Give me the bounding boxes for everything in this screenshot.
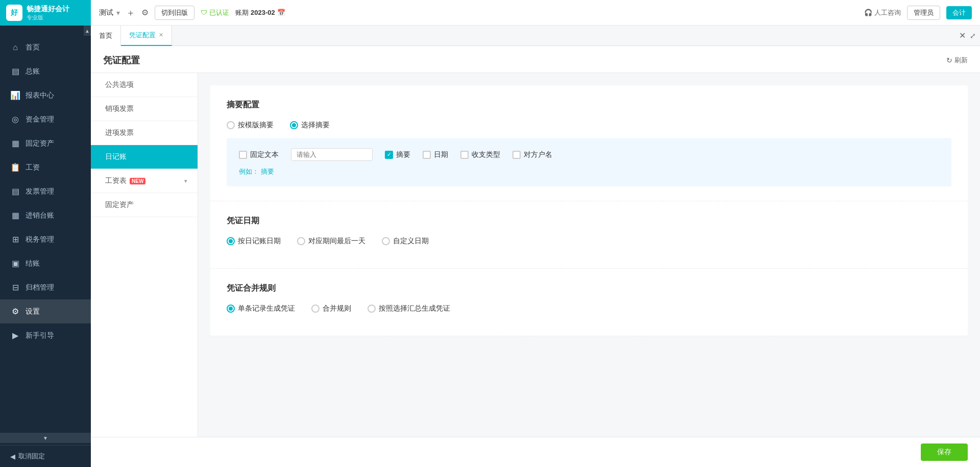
single-record-radio[interactable] — [227, 305, 235, 313]
topbar: 测试 ▾ ＋ ⚙ 切到旧版 🛡 已认证 账期 2023-02 📅 🎧 人工咨询 … — [91, 0, 980, 26]
left-nav-payroll[interactable]: 工资表 NEW ▾ — [91, 169, 198, 193]
config-section: 摘要配置 按模版摘要 选择摘要 — [210, 85, 968, 336]
tabbar: 首页 凭证配置 ✕ ✕ ⤢ — [91, 26, 980, 46]
sidebar-nav: ⌂ 首页 ▤ 总账 📊 报表中心 ◎ 资金管理 ▦ 固定资产 📋 工资 ▤ 发票… — [0, 36, 91, 431]
shield-icon: 🛡 — [201, 9, 207, 16]
tabbar-actions: ✕ ⤢ — [955, 31, 980, 40]
counterpart-checkbox-item[interactable]: 对方户名 — [512, 150, 552, 159]
counterpart-checkbox[interactable] — [512, 151, 521, 159]
sidebar-item-home[interactable]: ⌂ 首页 — [0, 36, 91, 59]
add-workspace-button[interactable]: ＋ — [126, 7, 135, 19]
sidebar-item-wages[interactable]: 📋 工资 — [0, 155, 91, 179]
last-day-option[interactable]: 对应期间最后一天 — [297, 237, 365, 246]
custom-date-option[interactable]: 自定义日期 — [382, 237, 429, 246]
merge-section-title: 凭证合并规则 — [227, 283, 951, 294]
cancel-fixed-icon: ◀ — [10, 453, 15, 460]
accountant-button[interactable]: 会计 — [946, 6, 972, 19]
invoices-icon: ▤ — [10, 186, 20, 196]
workspace-chevron-icon: ▾ — [116, 9, 120, 17]
sidebar-item-guide[interactable]: ▶ 新手引导 — [0, 323, 91, 347]
sidebar-item-funds[interactable]: ◎ 资金管理 — [0, 107, 91, 131]
fixed-text-input[interactable] — [291, 148, 373, 161]
sidebar-item-reports[interactable]: 📊 报表中心 — [0, 83, 91, 107]
main-area: 测试 ▾ ＋ ⚙ 切到旧版 🛡 已认证 账期 2023-02 📅 🎧 人工咨询 … — [91, 0, 980, 467]
payment-type-checkbox-item[interactable]: 收支类型 — [460, 150, 500, 159]
fixed-text-checkbox[interactable] — [239, 151, 247, 159]
content-area: 凭证配置 ↻ 刷新 公共选项 销项发票 进项发票 日记账 — [91, 46, 980, 467]
left-nav-purchase-invoice[interactable]: 进项发票 — [91, 121, 198, 145]
tab-voucher-config[interactable]: 凭证配置 ✕ — [121, 26, 172, 46]
sidebar-item-ledger[interactable]: ▤ 总账 — [0, 59, 91, 83]
gear-icon[interactable]: ⚙ — [141, 8, 149, 17]
headset-icon: 🎧 — [864, 9, 872, 16]
merge-rule-radio[interactable] — [311, 305, 320, 313]
bottom-bar: 保存 — [91, 437, 980, 467]
assets-icon: ▦ — [10, 138, 20, 148]
workspace-selector[interactable]: 测试 ▾ — [99, 8, 120, 17]
sidebar-item-settings[interactable]: ⚙ 设置 — [0, 299, 91, 323]
guide-icon: ▶ — [10, 331, 20, 340]
summary-config-box: 固定文本 摘要 — [227, 138, 951, 186]
date-checkbox[interactable] — [423, 151, 431, 159]
left-nav-public[interactable]: 公共选项 — [91, 73, 198, 97]
summary-select-option[interactable]: 选择摘要 — [290, 121, 330, 130]
select-merge-option[interactable]: 按照选择汇总生成凭证 — [368, 304, 450, 313]
left-nav-fixed-assets[interactable]: 固定资产 — [91, 193, 198, 217]
summary-select-radio[interactable] — [290, 121, 298, 129]
accounting-period: 账期 2023-02 📅 — [235, 8, 285, 17]
archive-icon: ⊟ — [10, 283, 20, 292]
left-nav-journal[interactable]: 日记账 — [91, 145, 198, 169]
close-accounts-icon: ▣ — [10, 259, 20, 268]
merge-rule-option[interactable]: 合并规则 — [311, 304, 351, 313]
logo-text: 畅捷通好会计 专业版 — [27, 4, 69, 21]
payment-type-checkbox[interactable] — [460, 151, 469, 159]
calendar-icon[interactable]: 📅 — [277, 9, 285, 16]
switch-version-button[interactable]: 切到旧版 — [155, 6, 194, 20]
select-merge-radio[interactable] — [368, 305, 376, 313]
sidebar-item-archive[interactable]: ⊟ 归档管理 — [0, 275, 91, 299]
summary-radio-group: 按模版摘要 选择摘要 — [227, 121, 951, 130]
sidebar-item-sales[interactable]: ▦ 进销台账 — [0, 203, 91, 227]
summary-checkbox-item[interactable]: 摘要 — [385, 150, 410, 159]
date-checkbox-item[interactable]: 日期 — [423, 150, 448, 159]
left-nav: 公共选项 销项发票 进项发票 日记账 工资表 NEW ▾ — [91, 73, 198, 437]
chevron-down-icon: ▾ — [184, 178, 187, 184]
tab-home[interactable]: 首页 — [91, 26, 121, 46]
wages-icon: 📋 — [10, 162, 20, 172]
journal-date-radio[interactable] — [227, 237, 235, 245]
sidebar-scroll-up[interactable]: ▲ — [84, 26, 91, 36]
left-nav-sales-invoice[interactable]: 销项发票 — [91, 97, 198, 121]
cancel-fixed-button[interactable]: ◀ 取消固定 — [0, 445, 91, 467]
merge-radio-group: 单条记录生成凭证 合并规则 按照选择汇总生成凭证 — [227, 304, 951, 313]
page-header: 凭证配置 ↻ 刷新 — [91, 46, 980, 73]
right-content: 摘要配置 按模版摘要 选择摘要 — [198, 73, 980, 437]
journal-date-option[interactable]: 按日记账日期 — [227, 237, 281, 246]
verified-status: 🛡 已认证 — [201, 8, 229, 17]
example-text: 例如： 摘要 — [239, 167, 939, 176]
consult-button[interactable]: 🎧 人工咨询 — [864, 8, 901, 17]
home-icon: ⌂ — [10, 43, 20, 52]
sidebar-item-invoices[interactable]: ▤ 发票管理 — [0, 179, 91, 203]
tabbar-expand-button[interactable]: ⤢ — [970, 32, 976, 40]
refresh-button[interactable]: ↻ 刷新 — [946, 56, 968, 65]
last-day-radio[interactable] — [297, 237, 305, 245]
single-record-option[interactable]: 单条记录生成凭证 — [227, 304, 295, 313]
logo-icon: 好 — [6, 5, 22, 21]
summary-template-radio[interactable] — [227, 121, 235, 129]
sidebar-item-assets[interactable]: ▦ 固定资产 — [0, 131, 91, 155]
tabbar-close-button[interactable]: ✕ — [959, 31, 966, 40]
sidebar-item-tax[interactable]: ⊞ 税务管理 — [0, 227, 91, 251]
sidebar-logo: 好 畅捷通好会计 专业版 — [0, 0, 91, 26]
refresh-icon: ↻ — [946, 56, 952, 64]
summary-template-option[interactable]: 按模版摘要 — [227, 121, 274, 130]
sidebar-item-close[interactable]: ▣ 结账 — [0, 251, 91, 275]
save-button[interactable]: 保存 — [921, 443, 968, 461]
sidebar-scroll-down[interactable]: ▼ — [0, 433, 91, 443]
tab-close-icon[interactable]: ✕ — [159, 32, 163, 38]
sales-icon: ▦ — [10, 211, 20, 220]
date-section-title: 凭证日期 — [227, 216, 951, 226]
admin-button[interactable]: 管理员 — [907, 6, 940, 20]
custom-date-radio[interactable] — [382, 237, 390, 245]
summary-checkbox[interactable] — [385, 151, 393, 159]
fixed-text-checkbox-item[interactable]: 固定文本 — [239, 150, 279, 159]
